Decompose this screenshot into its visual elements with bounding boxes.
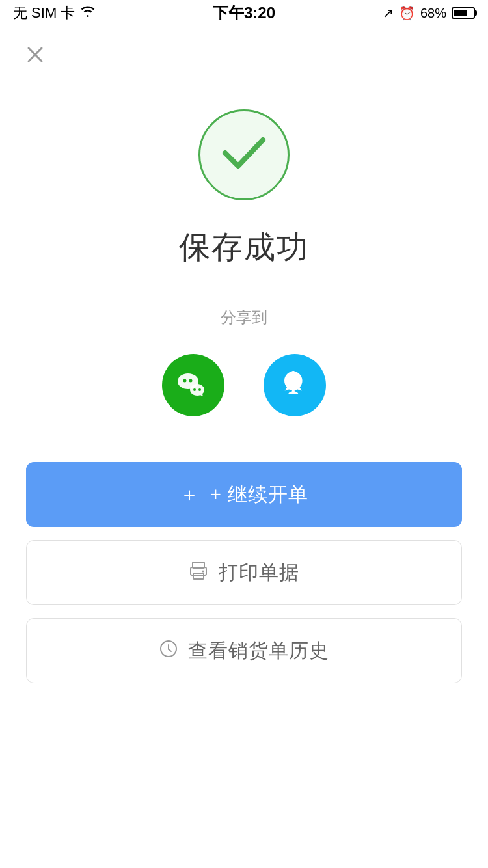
qq-icon [277,367,313,403]
print-button[interactable]: 打印单据 [26,540,462,605]
svg-point-6 [198,388,201,391]
print-label: 打印单据 [219,560,299,586]
continue-label: + 继续开单 [210,481,309,508]
svg-rect-9 [193,573,204,579]
location-icon: ↗ [383,5,394,21]
history-icon [159,640,178,662]
svg-point-3 [183,379,187,383]
success-title: 保存成功 [179,226,309,268]
history-label: 查看销货单历史 [188,638,329,664]
continue-icon: ＋ [180,481,200,508]
svg-point-5 [193,388,196,391]
success-icon-circle [198,109,290,200]
share-label: 分享到 [221,307,267,328]
status-bar: 无 SIM 卡 下午3:20 ↗ ⏰ 68% [0,0,488,26]
divider-right [280,318,462,318]
battery-percent: 68% [420,6,446,21]
alarm-icon: ⏰ [399,5,415,21]
svg-point-4 [189,379,193,383]
share-buttons [26,354,462,416]
share-divider: 分享到 [26,307,462,328]
checkmark-icon [221,132,267,178]
share-section: 分享到 [26,307,462,416]
close-icon [25,44,46,65]
continue-order-button[interactable]: ＋ + 继续开单 [26,462,462,527]
status-left: 无 SIM 卡 [13,3,96,23]
history-button[interactable]: 查看销货单历史 [26,618,462,683]
nav-bar [0,26,488,83]
share-wechat-button[interactable] [162,354,224,416]
share-qq-button[interactable] [264,354,326,416]
main-content: 保存成功 分享到 [0,83,488,868]
status-right: ↗ ⏰ 68% [383,5,475,21]
close-button[interactable] [20,39,51,70]
svg-point-10 [202,570,204,572]
status-time: 下午3:20 [213,3,275,23]
carrier-text: 无 SIM 卡 [13,3,75,23]
print-icon [189,562,208,584]
battery-icon [452,7,475,19]
action-buttons: ＋ + 继续开单 打印单据 查看销货单历 [26,462,462,683]
wifi-icon [80,5,96,21]
wechat-icon [174,366,213,405]
divider-left [26,318,208,318]
